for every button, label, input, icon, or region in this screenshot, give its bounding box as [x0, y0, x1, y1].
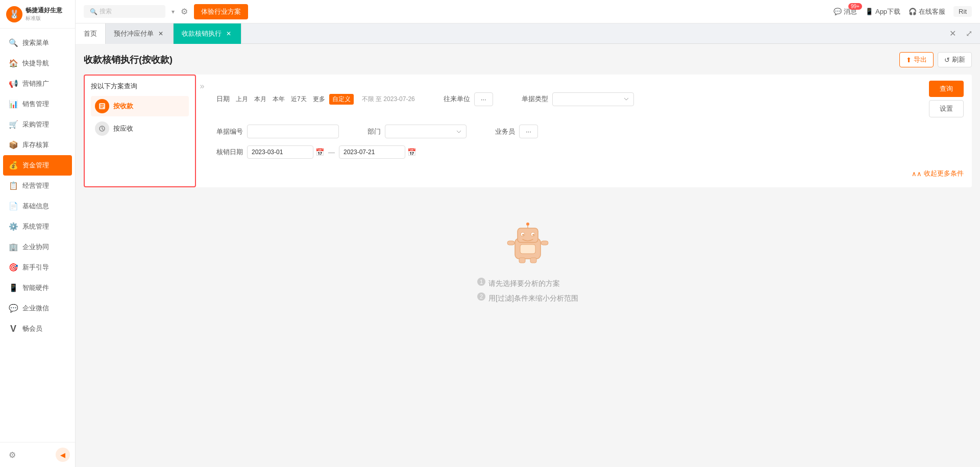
sidebar-item-guide[interactable]: 🎯 新手引导	[0, 257, 75, 278]
sidebar-item-finance[interactable]: 💰 资金管理	[3, 155, 72, 176]
marketing-icon: 📢	[8, 79, 18, 89]
tab-receipt-verify[interactable]: 收款核销执行 ✕	[174, 23, 241, 44]
empty-tip-2: 2 用[过滤]条件来缩小分析范围	[477, 292, 578, 305]
filter-scheme-panel: 按以下方案查询 按收款 按应收	[84, 75, 196, 187]
collapse-more-icon: ∧∧	[912, 170, 922, 178]
partner-filter-field: 往来单位 ···	[444, 92, 493, 106]
settings-bottom-icon[interactable]: ⚙	[5, 448, 19, 462]
verify-date-start-group: 📅	[247, 145, 324, 159]
topbar-user-info[interactable]: Rit	[953, 6, 972, 17]
verify-date-end-input[interactable]	[339, 145, 405, 159]
sidebar-item-vip[interactable]: V 畅会员	[0, 318, 75, 339]
topbar-dropdown-arrow[interactable]: ▾	[172, 8, 175, 15]
search-icon: 🔍	[90, 8, 97, 15]
svg-rect-12	[520, 244, 535, 254]
partner-select-btn[interactable]: ···	[474, 92, 493, 106]
topbar-gear-icon[interactable]: ⚙	[181, 7, 188, 16]
search-icon: 🔍	[8, 38, 18, 48]
receipt-option-label: 按收款	[113, 102, 133, 111]
receivable-option-label: 按应收	[113, 124, 133, 133]
svg-rect-11	[541, 241, 548, 245]
date-last-month-btn[interactable]: 上月	[234, 94, 250, 105]
filter-collapse-button[interactable]: »	[196, 75, 208, 187]
svg-rect-10	[507, 241, 514, 245]
sidebar-item-wechat[interactable]: 💬 企业微信	[0, 298, 75, 318]
order-type-select[interactable]	[552, 92, 634, 106]
date-7days-btn[interactable]: 近7天	[289, 94, 309, 105]
sidebar-item-smart-hw[interactable]: 📱 智能硬件	[0, 278, 75, 298]
step-1-num: 1	[477, 278, 485, 286]
sidebar-logo: 🐰 畅捷通好生意 标准版	[0, 0, 75, 29]
svg-rect-13	[519, 258, 525, 263]
close-tab-button[interactable]: ✕	[945, 27, 960, 41]
vip-icon: V	[8, 324, 18, 334]
inventory-icon: 📦	[8, 140, 18, 150]
sidebar-collapse-button[interactable]: ◀	[56, 448, 70, 462]
tabs-bar: 首页 预付冲应付单 ✕ 收款核销执行 ✕ ✕ ⤢	[76, 23, 980, 44]
page-title: 收款核销执行(按收款)	[84, 54, 173, 66]
sidebar-item-quick-nav[interactable]: 🏠 快捷导航	[0, 53, 75, 73]
date-custom-btn[interactable]: 自定义	[329, 94, 354, 105]
order-type-label: 单据类型	[522, 94, 548, 104]
basic-info-icon: 📄	[8, 201, 18, 211]
tab-prepay[interactable]: 预付冲应付单 ✕	[106, 23, 174, 44]
staff-label: 业务员	[495, 127, 515, 136]
sidebar: 🐰 畅捷通好生意 标准版 🔍 搜索菜单 🏠 快捷导航 📢 营销推广 📊 销售管理…	[0, 0, 76, 467]
staff-select-btn[interactable]: ···	[519, 125, 538, 138]
settings-button[interactable]: 设置	[929, 100, 964, 117]
topbar-message-button[interactable]: 💬 消息 99+	[834, 7, 857, 16]
topbar-search-box[interactable]: 🔍 搜索	[84, 5, 165, 18]
tab-receipt-verify-close[interactable]: ✕	[225, 30, 233, 38]
topbar-online-service[interactable]: 🎧 在线客服	[909, 7, 945, 16]
wechat-icon: 💬	[8, 303, 18, 313]
export-button[interactable]: ⬆ 导出	[899, 52, 934, 67]
query-button[interactable]: 查询	[929, 81, 964, 97]
date-this-year-btn[interactable]: 本年	[271, 94, 287, 105]
sidebar-item-sales[interactable]: 📊 销售管理	[0, 94, 75, 114]
filter-panel-title: 按以下方案查询	[91, 82, 189, 91]
order-no-input[interactable]	[247, 125, 339, 138]
dept-select[interactable]	[385, 125, 467, 138]
date-label: 日期	[216, 94, 230, 104]
filter-by-receivable[interactable]: 按应收	[91, 118, 189, 139]
sidebar-item-marketing[interactable]: 📢 营销推广	[0, 73, 75, 94]
sidebar-item-system[interactable]: ⚙️ 系统管理	[0, 216, 75, 237]
order-type-filter-field: 单据类型	[522, 92, 634, 106]
system-icon: ⚙️	[8, 222, 18, 232]
logo-text: 畅捷通好生意 标准版	[26, 6, 62, 22]
sidebar-item-basic-info[interactable]: 📄 基础信息	[0, 196, 75, 216]
step-2-num: 2	[477, 292, 485, 301]
sidebar-item-purchase[interactable]: 🛒 采购管理	[0, 114, 75, 135]
message-badge: 99+	[848, 3, 862, 10]
verify-date-end-group: 📅	[339, 145, 416, 159]
receipt-option-icon	[95, 99, 109, 113]
tab-prepay-close[interactable]: ✕	[157, 30, 165, 38]
refresh-icon: ↺	[944, 56, 950, 64]
main-area: 🔍 搜索 ▾ ⚙ 体验行业方案 💬 消息 99+ 📱 App下载 🎧 在线客服 …	[76, 0, 980, 467]
sidebar-bottom: ⚙ ◀	[0, 442, 75, 467]
sidebar-item-search[interactable]: 🔍 搜索菜单	[0, 33, 75, 53]
collapse-more-btn[interactable]: ∧∧ 收起更多条件	[216, 166, 964, 181]
verify-date-end-calendar-icon[interactable]: 📅	[407, 148, 416, 156]
logo-icon: 🐰	[6, 6, 22, 22]
sidebar-item-enterprise[interactable]: 🏢 企业协同	[0, 237, 75, 257]
service-icon: 🎧	[909, 8, 917, 15]
date-this-month-btn[interactable]: 本月	[252, 94, 268, 105]
filter-by-receipt[interactable]: 按收款	[91, 96, 189, 116]
verify-date-start-calendar-icon[interactable]: 📅	[315, 148, 324, 156]
expand-tab-button[interactable]: ⤢	[962, 27, 976, 41]
svg-point-9	[526, 223, 529, 226]
sidebar-nav: 🔍 搜索菜单 🏠 快捷导航 📢 营销推广 📊 销售管理 🛒 采购管理 📦 库存核…	[0, 29, 75, 442]
tab-home[interactable]: 首页	[76, 23, 106, 44]
finance-icon: 💰	[8, 160, 18, 170]
sidebar-item-inventory[interactable]: 📦 库存核算	[0, 135, 75, 155]
topbar-right: 💬 消息 99+ 📱 App下载 🎧 在线客服 Rit	[834, 6, 972, 17]
management-icon: 📋	[8, 181, 18, 191]
date-more-btn[interactable]: 更多	[311, 94, 327, 105]
solution-button[interactable]: 体验行业方案	[194, 4, 248, 19]
sidebar-item-management[interactable]: 📋 经营管理	[0, 176, 75, 196]
topbar-app-download[interactable]: 📱 App下载	[865, 7, 900, 16]
verify-date-start-input[interactable]	[247, 145, 313, 159]
refresh-button[interactable]: ↺ 刷新	[938, 52, 972, 67]
app-icon: 📱	[865, 8, 873, 15]
